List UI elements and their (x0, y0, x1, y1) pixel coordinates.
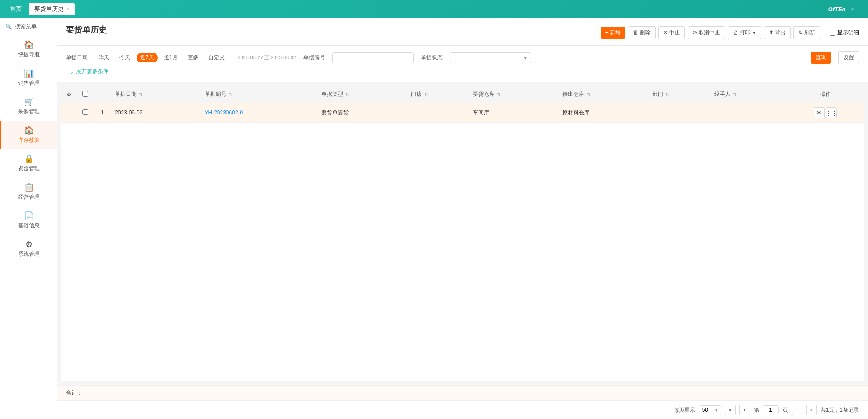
page-number-input[interactable] (763, 405, 779, 414)
row-actions-cell: 👁 ⋮⋮ (786, 103, 864, 123)
sidebar-item-inventory[interactable]: 🏠 库存核算 (0, 121, 57, 149)
row-store-cell (407, 103, 469, 123)
tab-home[interactable]: 首页 (5, 3, 27, 15)
docno-filter-input[interactable] (332, 52, 414, 63)
page-unit-label: 页 (783, 406, 788, 414)
refresh-button[interactable]: ↻ 刷新 (793, 26, 820, 39)
quick-nav-icon: 🏠 (24, 41, 34, 49)
row-action-view[interactable]: 👁 (814, 107, 825, 118)
sidebar-item-finance[interactable]: 🔒 资金管理 (0, 149, 57, 178)
date-filter-label: 单据日期 (66, 54, 88, 62)
show-detail-checkbox[interactable] (830, 30, 835, 36)
sidebar-search[interactable]: 🔍 搜索菜单 (0, 18, 57, 35)
tab-doc-history[interactable]: 要货单历史 × (29, 3, 75, 15)
search-icon: 🔍 (5, 24, 12, 30)
sidebar-item-basic-info[interactable]: 📄 基础信息 (0, 206, 57, 235)
row-num-cell: 1 (93, 103, 111, 123)
sidebar-item-purchase-label: 采购管理 (18, 108, 40, 115)
date-option-1month[interactable]: 近1月 (160, 53, 182, 62)
col-handler[interactable]: 经手人 ⇅ (711, 86, 787, 103)
page-size-label: 每页显示 (674, 406, 695, 414)
docno-filter-label: 单据编号 (303, 54, 325, 62)
query-button[interactable]: 查询 (811, 52, 831, 64)
sidebar-item-system[interactable]: ⚙ 系统管理 (0, 235, 57, 263)
table-area: ⚙ 单据日期 ⇅ 单据编号 ⇅ (61, 86, 864, 381)
page-last-btn[interactable]: » (806, 405, 817, 415)
col-wait-warehouse[interactable]: 待出仓库 ⇅ (559, 86, 648, 103)
expand-icon: ⌄ (70, 69, 74, 75)
sidebar-item-quick-nav[interactable]: 🏠 快捷导航 (0, 35, 57, 64)
sidebar-item-sales-label: 销售管理 (18, 79, 40, 87)
date-option-today[interactable]: 今天 (116, 53, 134, 62)
operation-icon: 📋 (24, 183, 34, 191)
status-filter-wrap (450, 52, 531, 63)
date-option-yesterday[interactable]: 昨天 (95, 53, 113, 62)
col-store[interactable]: 门店 ⇅ (407, 86, 469, 103)
sort-icon-handler: ⇅ (733, 92, 736, 97)
status-filter-select[interactable] (450, 52, 531, 63)
table-row: 1 2023-06-02 YH-20230602-0 要货单要货 车间库 原材料… (61, 103, 864, 123)
row-action-more[interactable]: ⋮⋮ (826, 107, 837, 118)
sort-icon-docno: ⇅ (229, 92, 232, 97)
col-req-warehouse[interactable]: 要货仓库 ⇅ (469, 86, 559, 103)
sidebar-item-basic-info-label: 基础信息 (18, 222, 40, 229)
cancel-stop-button[interactable]: ⊘ 取消中止 (688, 26, 725, 39)
date-option-more[interactable]: 更多 (184, 53, 202, 62)
col-settings[interactable]: ⚙ (61, 86, 77, 103)
purchase-icon: 🛒 (24, 98, 34, 106)
sort-icon-reqwh: ⇅ (497, 92, 500, 97)
row-doc-date-cell: 2023-06-02 (111, 103, 201, 123)
sidebar-item-operation[interactable]: 📋 经营管理 (0, 178, 57, 206)
refresh-icon: ↻ (798, 29, 803, 36)
row-checkbox[interactable] (82, 109, 88, 115)
tab-doc-history-label: 要货单历史 (34, 5, 64, 13)
export-button[interactable]: ⬆ 导出 (764, 26, 791, 39)
col-checkbox[interactable] (77, 86, 93, 103)
window-maximize[interactable]: □ (860, 6, 863, 13)
stop-button[interactable]: ⊘ 中止 (658, 26, 685, 39)
sidebar-item-sales[interactable]: 📊 销售管理 (0, 64, 57, 92)
date-option-custom[interactable]: 自定义 (205, 53, 228, 62)
col-num (93, 86, 111, 103)
row-checkbox-cell[interactable] (77, 103, 93, 123)
sidebar-item-finance-label: 资金管理 (18, 165, 40, 172)
finance-icon: 🔒 (24, 155, 34, 163)
brand-label: OfTEn (828, 6, 846, 13)
expand-more-btn[interactable]: ⌄ 展开更多条件 (66, 66, 859, 77)
sidebar-item-inventory-label: 库存核算 (18, 136, 40, 144)
row-wait-wh-cell: 原材料仓库 (559, 103, 648, 123)
delete-button[interactable]: 🗑 删除 (628, 26, 656, 39)
layout: 🔍 搜索菜单 🏠 快捷导航 📊 销售管理 🛒 采购管理 🏠 库存核算 🔒 资金管… (0, 18, 868, 419)
sort-icon-doctype: ⇅ (345, 92, 349, 97)
print-button[interactable]: 🖨 打印 ▼ (728, 26, 761, 39)
col-doc-type[interactable]: 单据类型 ⇅ (318, 86, 407, 103)
main-content: 要货单历史 + 新增 🗑 删除 ⊘ 中止 ⊘ 取消中止 (57, 18, 868, 419)
page-prev-btn[interactable]: ‹ (739, 405, 750, 415)
col-doc-no[interactable]: 单据编号 ⇅ (201, 86, 318, 103)
print-icon: 🖨 (733, 29, 738, 36)
sidebar: 🔍 搜索菜单 🏠 快捷导航 📊 销售管理 🛒 采购管理 🏠 库存核算 🔒 资金管… (0, 18, 57, 419)
col-doc-date[interactable]: 单据日期 ⇅ (111, 86, 201, 103)
window-close[interactable]: × (851, 6, 855, 13)
col-dept[interactable]: 部门 ⇅ (649, 86, 711, 103)
select-all-checkbox[interactable] (82, 91, 88, 97)
new-button[interactable]: + 新增 (601, 27, 625, 39)
print-arrow: ▼ (752, 30, 756, 35)
page-size-select[interactable]: 50 100 200 (699, 405, 721, 414)
close-icon[interactable]: × (66, 6, 69, 12)
date-range-display: 2023-05-27 至 2023-06-02 (237, 54, 296, 61)
page-next-btn[interactable]: › (792, 405, 802, 415)
date-option-7days[interactable]: 近7天 (137, 53, 158, 62)
delete-icon: 🗑 (633, 29, 638, 36)
show-detail-toggle[interactable]: 显示明细 (830, 29, 859, 37)
total-label: 合计： (66, 389, 82, 397)
row-doc-no-cell[interactable]: YH-20230602-0 (201, 103, 318, 123)
export-icon: ⬆ (769, 29, 774, 36)
filter-area: 单据日期 昨天 今天 近7天 近1月 更多 自定义 2023-05-27 至 2… (57, 46, 868, 82)
data-table: ⚙ 单据日期 ⇅ 单据编号 ⇅ (61, 86, 864, 123)
sort-icon-waitwh: ⇅ (587, 92, 590, 97)
sidebar-item-purchase[interactable]: 🛒 采购管理 (0, 92, 57, 121)
row-req-wh-cell: 车间库 (469, 103, 559, 123)
settings-button[interactable]: 设置 (838, 51, 859, 64)
page-first-btn[interactable]: « (725, 405, 736, 415)
